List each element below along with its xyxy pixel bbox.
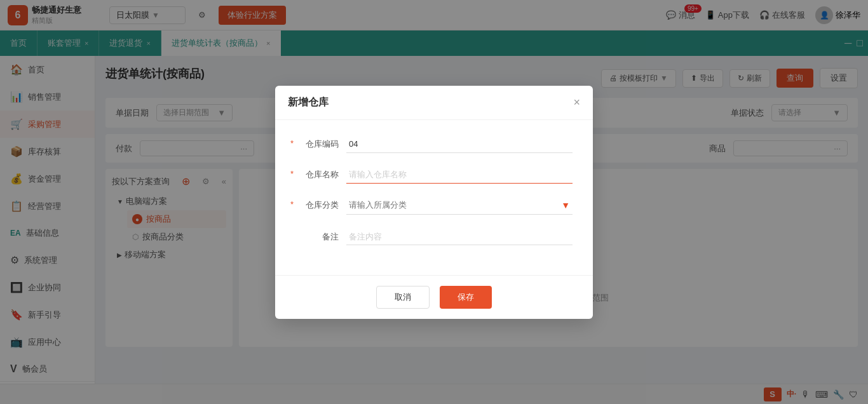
category-input[interactable] <box>349 200 561 210</box>
cancel-button[interactable]: 取消 <box>376 286 430 309</box>
name-field <box>346 166 573 184</box>
notes-field <box>346 227 573 247</box>
save-button[interactable]: 保存 <box>440 286 492 309</box>
notes-label: 备注 <box>295 231 346 243</box>
form-row-code: 仓库编码 <box>295 135 573 153</box>
modal-overlay: 新增仓库 × 仓库编码 仓库名称 仓库分类 <box>0 0 868 404</box>
dialog-header: 新增仓库 × <box>275 86 593 120</box>
dialog-footer: 取消 保存 <box>275 275 593 319</box>
category-field: ▼ <box>346 196 573 215</box>
dialog-close-button[interactable]: × <box>573 96 580 109</box>
category-select[interactable]: ▼ <box>346 196 573 215</box>
code-field <box>346 135 573 153</box>
name-label: 仓库名称 <box>295 169 346 180</box>
code-input[interactable] <box>346 135 573 153</box>
form-row-notes: 备注 <box>295 227 573 247</box>
add-warehouse-dialog: 新增仓库 × 仓库编码 仓库名称 仓库分类 <box>275 86 593 319</box>
dialog-title: 新增仓库 <box>288 96 329 109</box>
category-label: 仓库分类 <box>295 199 346 211</box>
dialog-body: 仓库编码 仓库名称 仓库分类 ▼ <box>275 120 593 275</box>
form-row-name: 仓库名称 <box>295 166 573 184</box>
select-arrow-icon: ▼ <box>561 200 570 210</box>
notes-input[interactable] <box>346 227 573 245</box>
name-input[interactable] <box>346 166 573 184</box>
code-label: 仓库编码 <box>295 138 346 150</box>
form-row-category: 仓库分类 ▼ <box>295 196 573 215</box>
